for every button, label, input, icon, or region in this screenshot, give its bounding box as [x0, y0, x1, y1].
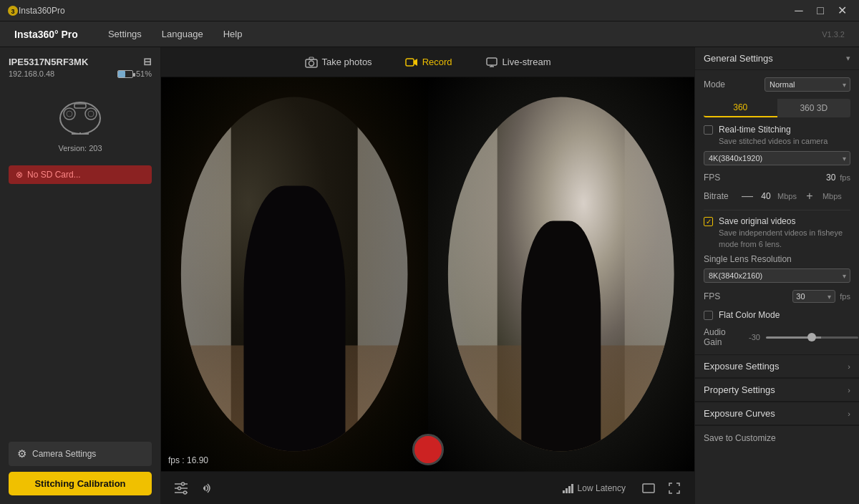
tab-360-3d[interactable]: 360 3D [777, 99, 851, 117]
record-circle-icon[interactable] [412, 434, 444, 465]
app-logo: Insta360° Pro [14, 29, 78, 40]
menu-item-settings[interactable]: Settings [100, 26, 150, 42]
titlebar-controls: ─ □ ✕ [789, 4, 852, 18]
save-customize-row: Save to Customize [695, 426, 859, 450]
camera-settings-button[interactable]: ⚙ Camera Settings [9, 442, 152, 466]
audio-gain-row: Audio Gain -30 30 [704, 327, 850, 347]
exposure-settings-section: Exposure Settings › [695, 355, 859, 379]
svg-rect-7 [74, 104, 86, 108]
svg-rect-16 [487, 58, 497, 65]
menu-items: Settings Language Help [100, 26, 822, 42]
general-settings-header[interactable]: General Settings ▾ [695, 47, 859, 70]
single-lens-res-label: Single Lens Resolution [704, 254, 792, 264]
mode-label: Mode [704, 79, 725, 89]
preview-container: fps : 16.90 [161, 77, 694, 504]
single-lens-select-wrapper: 8K(3840x2160) [704, 268, 850, 283]
live-stream-icon [485, 56, 498, 69]
bitrate-decrease-button[interactable]: — [740, 190, 754, 203]
take-photos-button[interactable]: Take photos [299, 53, 378, 72]
sidebar: IPE5317N5RF3MK ⊟ 192.168.0.48 51% [0, 47, 161, 504]
fps2-label: FPS [704, 291, 788, 301]
latency-label: Low Latency [578, 483, 626, 493]
device-ip-text: 192.168.0.48 [9, 69, 54, 78]
save-stitched-subtext: Save stitched videos in camera [719, 136, 828, 147]
device-status-icon: ⊟ [143, 56, 152, 67]
device-ip: 192.168.0.48 51% [9, 69, 152, 78]
single-lens-label-row: Single Lens Resolution [704, 254, 850, 264]
audio-icon[interactable] [198, 480, 215, 497]
sd-card-warning-text: No SD Card... [27, 170, 81, 180]
single-lens-select[interactable]: 8K(3840x2160) [704, 268, 850, 283]
maximize-icon: □ [817, 5, 824, 16]
app-icon: 3 [7, 5, 19, 16]
menu-item-help[interactable]: Help [215, 26, 251, 42]
exposure-curves-label: Exposure Curves [704, 408, 775, 419]
save-original-row: ✓ Save original videos Save independent … [704, 216, 850, 250]
flat-color-checkbox[interactable] [704, 311, 713, 320]
svg-point-4 [67, 111, 72, 117]
svg-rect-14 [406, 59, 414, 66]
resolution-select-wrapper: 4K(3840x1920) [704, 151, 850, 165]
bitrate-label: Bitrate [704, 191, 736, 201]
fps2-select[interactable]: 30 [792, 290, 835, 303]
audio-gain-slider[interactable] [766, 336, 858, 339]
svg-point-24 [178, 487, 181, 490]
camera-settings-label: Camera Settings [32, 449, 96, 459]
close-button[interactable]: ✕ [832, 4, 852, 18]
fisheye-right-lens [428, 77, 695, 471]
exposure-curves-header[interactable]: Exposure Curves › [695, 402, 859, 425]
property-settings-header[interactable]: Property Settings › [695, 379, 859, 402]
minimize-icon: ─ [795, 5, 802, 16]
divider-1 [704, 210, 850, 210]
save-original-checkbox[interactable]: ✓ [704, 217, 713, 226]
main-layout: IPE5317N5RF3MK ⊟ 192.168.0.48 51% [0, 47, 859, 504]
menu-item-language[interactable]: Language [153, 26, 212, 42]
maximize-button[interactable]: □ [810, 4, 830, 18]
video-settings-icon[interactable] [173, 480, 190, 497]
realtime-stitching-checkbox[interactable] [704, 125, 713, 135]
save-original-subtext: Save independent videos in fisheye mode … [719, 228, 850, 250]
fullscreen-icon[interactable] [666, 480, 683, 497]
svg-point-27 [184, 491, 187, 494]
mode-row: Mode Normal [704, 77, 850, 92]
fps-label: FPS [704, 173, 814, 183]
aspect-ratio-icon[interactable] [640, 480, 657, 497]
resolution-select[interactable]: 4K(3840x1920) [704, 151, 850, 165]
record-button[interactable]: Record [399, 53, 458, 72]
realtime-stitching-row: Real-time Stitching Save stitched videos… [704, 125, 850, 147]
camera-icon-area: Version: 203 [9, 91, 152, 152]
fps-unit: fps [840, 173, 850, 182]
record-icon [405, 56, 418, 69]
record-center-button[interactable] [412, 434, 444, 465]
exposure-settings-label: Exposure Settings [704, 361, 780, 372]
warning-icon: ⊗ [16, 170, 23, 180]
bitrate-increase-button[interactable]: + [802, 190, 817, 203]
exposure-settings-chevron: › [848, 362, 850, 371]
device-name: IPE5317N5RF3MK ⊟ [9, 56, 152, 67]
flat-color-row: Flat Color Mode [704, 310, 850, 320]
latency-indicator: Low Latency [563, 483, 626, 493]
general-settings-chevron: ▾ [846, 54, 850, 63]
tab-360[interactable]: 360 [704, 99, 777, 117]
live-stream-button[interactable]: Live-stream [480, 53, 557, 72]
fps2-unit: fps [840, 292, 850, 301]
mode-select[interactable]: Normal [765, 77, 850, 92]
svg-point-6 [88, 111, 94, 117]
property-settings-chevron: › [848, 386, 850, 394]
stitching-calibration-button[interactable]: Stitching Calibration [9, 472, 152, 495]
fisheye-left-lens [161, 77, 428, 471]
preview-video: fps : 16.90 [161, 77, 694, 471]
battery-icon [117, 70, 133, 78]
audio-min: -30 [749, 333, 760, 341]
bitrate-unit: Mbps [777, 192, 797, 200]
camera-svg-icon [52, 91, 109, 141]
titlebar-title: Insta360Pro [19, 6, 789, 16]
preview-toolbar: Take photos Record [161, 47, 694, 77]
record-label: Record [422, 57, 452, 67]
right-panel: General Settings ▾ Mode Normal 360 360 3… [694, 47, 859, 504]
sd-card-warning: ⊗ No SD Card... [9, 165, 152, 184]
minimize-button[interactable]: ─ [789, 4, 809, 18]
exposure-settings-header[interactable]: Exposure Settings › [695, 355, 859, 378]
exposure-curves-chevron: › [848, 410, 850, 418]
exposure-curves-section: Exposure Curves › [695, 402, 859, 426]
